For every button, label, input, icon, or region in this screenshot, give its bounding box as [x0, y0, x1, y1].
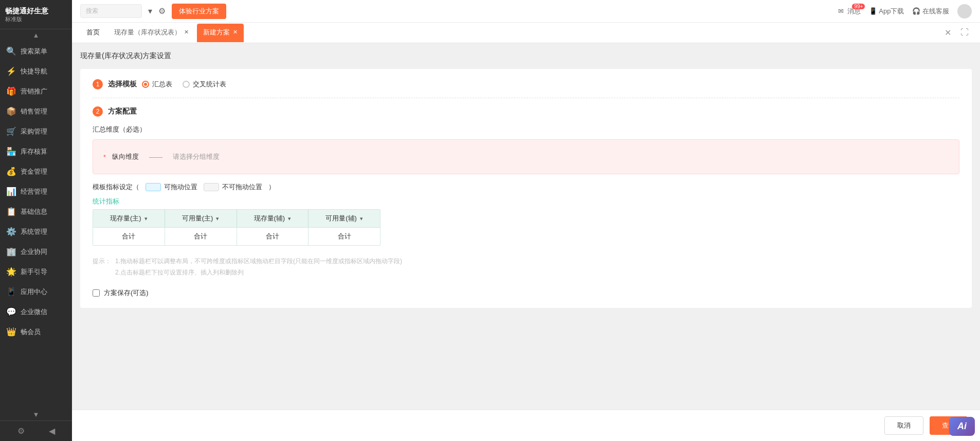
sidebar-item-app-center[interactable]: 📱 应用中心 — [0, 282, 72, 302]
step1-label: 选择模板 — [108, 80, 137, 89]
tabs-controls: ✕ ⛶ — [941, 27, 972, 39]
footer-bar: 取消 查询 — [72, 410, 980, 441]
sidebar-scroll-down[interactable]: ▼ — [0, 409, 72, 420]
col-current-aux[interactable]: 现存量(辅) ▾ — [237, 210, 309, 227]
tabs-bar: 首页 现存量（库存状况表） ✕ 新建方案 ✕ ✕ ⛶ — [72, 23, 980, 43]
sidebar-item-purchase[interactable]: 🛒 采购管理 — [0, 121, 72, 141]
toggle-sidebar-icon[interactable]: ◀ — [49, 426, 55, 436]
sidebar-item-label: 畅会员 — [21, 327, 41, 337]
save-option-label: 方案保存(可选) — [104, 288, 149, 298]
sidebar-item-finance[interactable]: 💰 资金管理 — [0, 161, 72, 181]
sidebar-item-newbie[interactable]: 🌟 新手引导 — [0, 262, 72, 282]
divider-1 — [93, 98, 959, 98]
sidebar-item-quick-nav[interactable]: ⚡ 快捷导航 — [0, 61, 72, 81]
col-available-aux[interactable]: 可用量(辅) ▾ — [308, 210, 380, 227]
trial-button[interactable]: 体验行业方案 — [172, 4, 226, 19]
avatar[interactable] — [957, 4, 972, 19]
statistics-label: 统计指标 — [93, 197, 959, 206]
save-checkbox[interactable] — [93, 289, 100, 297]
settings-panel: 1 选择模板 汇总表 交叉统计表 2 方案配置 — [80, 69, 972, 308]
sidebar-item-label: 采购管理 — [21, 127, 47, 136]
required-star: * — [103, 153, 106, 161]
summary-current-aux: 合计 — [237, 227, 309, 245]
message-button[interactable]: ✉ 99+ 消息 — [838, 7, 861, 16]
tip-title: 提示： — [93, 256, 111, 267]
dimension-section-label: 汇总维度（必选） — [93, 125, 959, 134]
step2-badge: 2 — [93, 106, 103, 117]
headset-icon: 🎧 — [912, 7, 920, 15]
app-name: 畅捷通好生意 — [5, 6, 67, 15]
col-available-main-chevron[interactable]: ▾ — [216, 215, 219, 222]
sidebar-item-operations[interactable]: 📊 经营管理 — [0, 181, 72, 201]
close-tab-button[interactable]: ✕ — [941, 27, 954, 39]
radio-summary[interactable]: 汇总表 — [142, 80, 172, 89]
phone-icon: 📱 — [869, 7, 877, 15]
col-available-aux-chevron[interactable]: ▾ — [360, 215, 363, 222]
main-area: 搜索 ▾ ⚙ 体验行业方案 ✉ 99+ 消息 📱 App下载 🎧 在线客服 — [72, 0, 980, 441]
indicator-settings-suffix: ） — [268, 182, 275, 192]
summary-available-aux: 合计 — [308, 227, 380, 245]
step1-row: 1 选择模板 汇总表 交叉统计表 — [93, 79, 959, 89]
ai-float-button[interactable]: Ai — [949, 417, 975, 436]
sidebar-item-inventory[interactable]: 🏪 库存核算 — [0, 141, 72, 161]
sidebar-item-wechat[interactable]: 💬 企业微信 — [0, 302, 72, 322]
draggable-label: 可拖动位置 — [164, 182, 197, 192]
radio-cross[interactable]: 交叉统计表 — [183, 80, 226, 89]
expand-tab-button[interactable]: ⛶ — [957, 27, 972, 39]
sidebar-item-basic-info[interactable]: 📋 基础信息 — [0, 201, 72, 222]
sidebar-item-marketing[interactable]: 🎁 营销推广 — [0, 81, 72, 101]
sidebar-bottom: ⚙ ◀ — [0, 420, 72, 441]
stat-table-body: 合计 合计 合计 合计 — [93, 227, 380, 245]
basic-info-icon: 📋 — [6, 207, 16, 216]
radio-summary-label: 汇总表 — [152, 80, 172, 89]
indicator-settings-label: 模板指标设定（ — [93, 182, 139, 192]
tab-home[interactable]: 首页 — [80, 24, 106, 42]
sidebar-item-member[interactable]: 👑 畅会员 — [0, 322, 72, 342]
tip-2: 提示： 2.点击标题栏下拉可设置排序、插入列和删除列 — [93, 267, 959, 279]
inventory-status-tab-label: 现存量（库存状况表） — [114, 28, 181, 37]
col-current-aux-chevron[interactable]: ▾ — [288, 215, 291, 222]
search-bar: 搜索 — [80, 4, 142, 18]
dimension-required-area[interactable]: * 纵向维度 —— 请选择分组维度 — [93, 139, 959, 174]
draggable-box — [146, 183, 161, 191]
cancel-button[interactable]: 取消 — [884, 416, 923, 435]
newbie-icon: 🌟 — [6, 267, 16, 277]
page-title: 现存量(库存状况表)方案设置 — [80, 51, 972, 61]
sidebar-item-enterprise[interactable]: 🏢 企业协同 — [0, 242, 72, 262]
dimension-placeholder[interactable]: 请选择分组维度 — [173, 152, 220, 161]
online-service-button[interactable]: 🎧 在线客服 — [912, 7, 949, 16]
tip-1-text: 1.拖动标题栏可以调整布局，不可跨维度或指标区域拖动栏目字段(只能在同一维度或指… — [115, 256, 402, 267]
tab-inventory-status[interactable]: 现存量（库存状况表） ✕ — [108, 24, 195, 42]
col-current-main[interactable]: 现存量(主) ▾ — [93, 210, 165, 227]
col-available-main[interactable]: 可用量(主) ▾ — [165, 210, 237, 227]
header-right: ✉ 99+ 消息 📱 App下载 🎧 在线客服 — [838, 4, 972, 19]
gear-icon[interactable]: ⚙ — [158, 6, 166, 16]
statistics-table: 现存量(主) ▾ 可用量(主) ▾ 现存量(辅) ▾ 可用量(辅) ▾ — [93, 209, 380, 246]
quick-nav-icon: ⚡ — [6, 66, 16, 76]
step1-badge: 1 — [93, 79, 103, 89]
sidebar-scroll-up[interactable]: ▲ — [0, 29, 72, 41]
tab-new-plan[interactable]: 新建方案 ✕ — [197, 24, 244, 42]
sidebar-item-search-menu[interactable]: 🔍 搜索菜单 — [0, 41, 72, 61]
sidebar-item-system[interactable]: ⚙️ 系统管理 — [0, 222, 72, 242]
col-available-main-label: 可用量(主) — [182, 214, 213, 223]
sidebar-item-sales[interactable]: 📦 销售管理 — [0, 101, 72, 121]
content-area: 现存量(库存状况表)方案设置 1 选择模板 汇总表 交叉统计表 — [72, 43, 980, 410]
sidebar-item-label: 库存核算 — [21, 147, 47, 156]
close-new-plan-tab[interactable]: ✕ — [233, 29, 238, 35]
close-inventory-status-tab[interactable]: ✕ — [184, 29, 189, 35]
sidebar-item-label: 基础信息 — [21, 207, 47, 216]
col-current-main-label: 现存量(主) — [110, 214, 141, 223]
search-menu-icon: 🔍 — [6, 46, 16, 56]
non-draggable-box — [204, 183, 219, 191]
non-draggable-label: 不可拖动位置 — [222, 182, 262, 192]
settings-icon[interactable]: ⚙ — [17, 426, 25, 436]
summary-current-main: 合计 — [93, 227, 165, 245]
search-placeholder: 搜索 — [86, 7, 98, 14]
col-current-main-chevron[interactable]: ▾ — [144, 215, 148, 222]
dimension-field-label: 纵向维度 — [112, 152, 139, 161]
app-download-button[interactable]: 📱 App下载 — [869, 7, 904, 16]
radio-cross-label: 交叉统计表 — [193, 80, 226, 89]
dropdown-icon[interactable]: ▾ — [148, 6, 152, 16]
message-icon: ✉ — [838, 7, 844, 15]
